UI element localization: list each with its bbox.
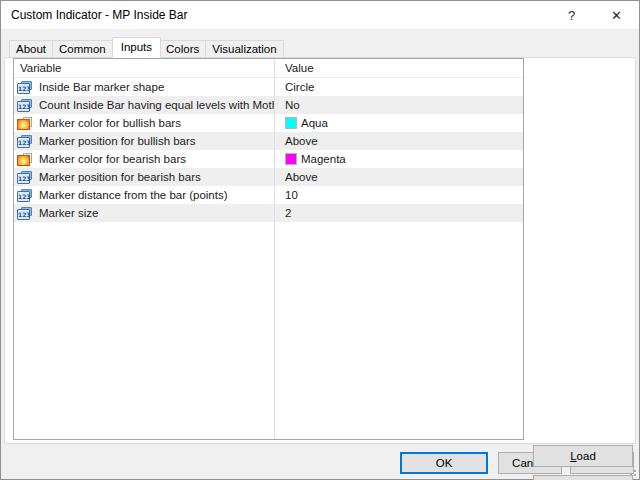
numeric-parameter-icon: 123	[17, 207, 33, 220]
table-row[interactable]: 123Marker position for bullish barsAbove	[14, 132, 523, 150]
value-text: Circle	[285, 81, 314, 93]
titlebar[interactable]: Custom Indicator - MP Inside Bar ? ✕	[1, 1, 639, 29]
value-text: No	[285, 99, 300, 111]
inputs-tab-page: Variable Value 123Inside Bar marker shap…	[4, 57, 636, 444]
table-row[interactable]: 123Marker distance from the bar (points)…	[14, 186, 523, 204]
value-cell[interactable]: Above	[274, 132, 523, 150]
variable-label: Marker distance from the bar (points)	[39, 189, 228, 201]
variable-label: Marker position for bullish bars	[39, 135, 196, 147]
tab-visualization[interactable]: Visualization	[206, 40, 283, 58]
variable-cell: 123Marker position for bearish bars	[14, 168, 274, 186]
variable-label: Marker color for bearish bars	[39, 153, 186, 165]
table-row[interactable]: 123Count Inside Bar having equal levels …	[14, 96, 523, 114]
window-title: Custom Indicator - MP Inside Bar	[11, 8, 188, 22]
value-cell[interactable]: Circle	[274, 78, 523, 96]
value-text: Above	[285, 135, 318, 147]
table-row[interactable]: Marker color for bullish barsAqua	[14, 114, 523, 132]
value-cell[interactable]: 10	[274, 186, 523, 204]
tab-colors[interactable]: Colors	[160, 40, 206, 58]
value-text: Aqua	[301, 117, 328, 129]
save-button[interactable]: Save	[533, 475, 633, 480]
table-row[interactable]: 123Inside Bar marker shapeCircle	[14, 78, 523, 96]
numeric-parameter-icon: 123	[17, 189, 33, 202]
table-row[interactable]: 123Marker size2	[14, 204, 523, 222]
value-cell[interactable]: No	[274, 96, 523, 114]
tab-label: Visualization	[212, 43, 276, 55]
param-table-body: 123Inside Bar marker shapeCircle123Count…	[14, 78, 523, 222]
variable-label: Marker size	[39, 207, 98, 219]
numeric-parameter-icon: 123	[17, 99, 33, 112]
titlebar-buttons: ? ✕	[549, 1, 639, 29]
tab-about[interactable]: About	[9, 40, 53, 58]
variable-label: Marker position for bearish bars	[39, 171, 201, 183]
value-cell[interactable]: 2	[274, 204, 523, 222]
value-text: 2	[285, 207, 291, 219]
color-parameter-icon	[17, 153, 33, 166]
variable-label: Marker color for bullish bars	[39, 117, 181, 129]
custom-indicator-dialog: Custom Indicator - MP Inside Bar ? ✕ Abo…	[0, 0, 640, 480]
variable-cell: 123Count Inside Bar having equal levels …	[14, 96, 274, 114]
value-text: 10	[285, 189, 298, 201]
help-icon: ?	[568, 8, 575, 23]
help-button[interactable]: ?	[549, 1, 594, 29]
value-text: Magenta	[301, 153, 346, 165]
numeric-parameter-icon: 123	[17, 81, 33, 94]
close-icon: ✕	[611, 8, 622, 23]
table-row[interactable]: 123Marker position for bearish barsAbove	[14, 168, 523, 186]
column-header-variable[interactable]: Variable	[14, 62, 274, 74]
variable-label: Inside Bar marker shape	[39, 81, 164, 93]
numeric-parameter-icon: 123	[17, 135, 33, 148]
tab-label: Colors	[166, 43, 199, 55]
numeric-parameter-icon: 123	[17, 171, 33, 184]
value-cell[interactable]: Magenta	[274, 150, 523, 168]
color-parameter-icon	[17, 117, 33, 130]
variable-cell: 123Marker distance from the bar (points)	[14, 186, 274, 204]
variable-cell: Marker color for bullish bars	[14, 114, 274, 132]
table-header-row: Variable Value	[14, 59, 523, 78]
color-swatch[interactable]	[285, 153, 297, 165]
tab-inputs[interactable]: Inputs	[112, 37, 161, 58]
variable-cell: 123Inside Bar marker shape	[14, 78, 274, 96]
tab-bar: About Common Inputs Colors Visualization	[9, 37, 284, 58]
variable-cell: 123Marker size	[14, 204, 274, 222]
tab-label: Common	[59, 43, 106, 55]
column-header-value[interactable]: Value	[274, 62, 523, 74]
color-swatch[interactable]	[285, 117, 297, 129]
table-row[interactable]: Marker color for bearish barsMagenta	[14, 150, 523, 168]
value-text: Above	[285, 171, 318, 183]
variable-cell: Marker color for bearish bars	[14, 150, 274, 168]
variable-cell: 123Marker position for bullish bars	[14, 132, 274, 150]
parameters-table: Variable Value 123Inside Bar marker shap…	[13, 58, 524, 440]
tab-label: Inputs	[121, 41, 152, 53]
value-cell[interactable]: Aqua	[274, 114, 523, 132]
value-cell[interactable]: Above	[274, 168, 523, 186]
close-button[interactable]: ✕	[594, 1, 639, 29]
tab-label: About	[16, 43, 46, 55]
variable-label: Count Inside Bar having equal levels wit…	[39, 99, 274, 111]
tab-common[interactable]: Common	[53, 40, 113, 58]
load-button[interactable]: Load	[533, 445, 633, 467]
ok-button[interactable]: OK	[400, 452, 488, 474]
